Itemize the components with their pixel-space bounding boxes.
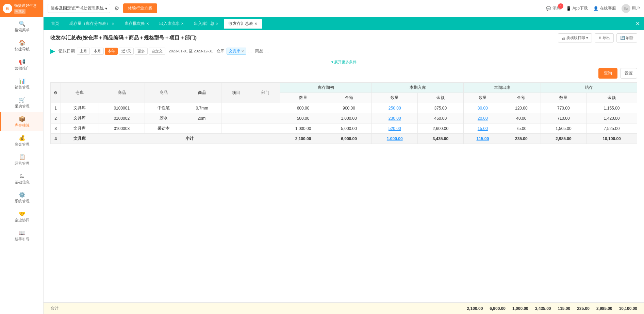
sidebar-item-sales-label: 销售管理: [15, 85, 30, 90]
settings-gear-icon[interactable]: ⚙: [114, 5, 119, 12]
sidebar-item-finance[interactable]: 💰 资金管理: [0, 131, 43, 150]
row3-dept: [251, 123, 280, 134]
filter-expand-arrow[interactable]: ▶: [50, 47, 55, 55]
tab-inout-flow-label: 出入库流水: [159, 21, 180, 27]
row3-bal-amt: 7,525.00: [587, 123, 637, 134]
print-icon: 🖨: [562, 36, 565, 40]
footer-in-qty: 1,000.00: [512, 306, 528, 311]
export-icon: ⬆: [598, 36, 601, 40]
topbar-actions: 💬 消息 6 📱 App下载 👤 在线客服 Ea 用户: [546, 4, 640, 13]
tab-receive-summary-close[interactable]: ✕: [254, 22, 257, 26]
system-dropdown[interactable]: 装备及固定资产辅助管理系统 ▾: [48, 4, 110, 13]
enterprise-icon: 🤝: [19, 211, 26, 217]
tab-stock-dist-close[interactable]: ✕: [112, 22, 114, 26]
out-amt-header: 金额: [502, 93, 541, 103]
warehouse-more-btn[interactable]: ...: [248, 49, 252, 53]
print-button[interactable]: 🖨 换横版打印 ▾: [558, 33, 592, 43]
footer-bal-qty: 2,985.00: [596, 306, 612, 311]
tab-receive-summary[interactable]: 收发存汇总表 ✕: [224, 19, 262, 29]
print-label: 换横版打印: [566, 35, 585, 40]
sidebar-item-marketing[interactable]: 📢 营销推广: [0, 55, 43, 74]
sidebar-item-guide-label: 新手引导: [15, 237, 30, 242]
date-range-display: 2023-01-01 至 2023-12-31: [169, 49, 213, 54]
sidebar-item-inventory[interactable]: 📦 库存核算: [0, 112, 43, 131]
tab-stock-dist[interactable]: 现存量（库存分布表） ✕: [65, 19, 119, 29]
inventory-icon: 📦: [19, 116, 26, 122]
user-action[interactable]: Ea 用户: [622, 4, 640, 13]
sidebar-item-operations[interactable]: 📋 经营管理: [0, 150, 43, 169]
message-action[interactable]: 💬 消息 6: [546, 5, 561, 11]
tab-inout-summary-label: 出入库汇总: [194, 21, 214, 27]
row1-open-amt: 900.00: [326, 103, 372, 113]
search-icon: 🔍: [19, 20, 26, 27]
date-btn-prev-month[interactable]: 上月: [77, 48, 90, 55]
sidebar-item-search[interactable]: 🔍 搜索菜单: [0, 17, 43, 36]
row1-in-amt: 375.00: [418, 103, 464, 113]
sidebar-item-enterprise-label: 企业协同: [15, 218, 30, 223]
footer-out-qty: 115.00: [558, 306, 570, 311]
warehouse-tag-text: 文具库: [229, 49, 240, 54]
main-area: 装备及固定资产辅助管理系统 ▾ ⚙ 体验行业方案 💬 消息 6 📱 App下载 …: [44, 0, 644, 314]
table-settings-header[interactable]: ⚙: [51, 83, 61, 103]
row1-out-qty[interactable]: 80.00: [463, 103, 502, 113]
tab-home[interactable]: 首页: [46, 19, 64, 29]
sidebar-item-system[interactable]: ⚙️ 系统管理: [0, 188, 43, 207]
code-col-header: 商品: [99, 83, 145, 103]
tab-batch-close[interactable]: ✕: [146, 22, 149, 26]
row2-out-qty[interactable]: 20.00: [463, 113, 502, 123]
service-icon: 👤: [593, 6, 598, 11]
sidebar-item-search-label: 搜索菜单: [15, 28, 30, 33]
warehouse-tag-remove[interactable]: ✕: [241, 49, 244, 53]
row1-out-amt: 120.00: [502, 103, 541, 113]
subtotal-bal-qty: 2,985.00: [541, 134, 587, 144]
expand-more-label: 展开更多条件: [334, 60, 357, 65]
project-col-header: 项目: [221, 83, 251, 103]
trial-button[interactable]: 体验行业方案: [123, 3, 157, 13]
row2-in-amt: 460.00: [418, 113, 464, 123]
tab-inout-flow[interactable]: 出入库流水 ✕: [154, 19, 188, 29]
export-button[interactable]: ⬆ 导出: [595, 33, 614, 43]
expand-more-button[interactable]: ▾ 展开更多条件: [331, 60, 357, 65]
subtotal-out-qty[interactable]: 115.00: [463, 134, 502, 144]
footer-label: 合计: [50, 305, 59, 311]
row1-spec: 0.7mm: [183, 103, 221, 113]
open-stock-header: 库存期初: [280, 83, 372, 93]
sidebar-item-quick-label: 快捷导航: [15, 47, 30, 52]
date-btn-7days[interactable]: 近7天: [119, 48, 134, 55]
sidebar-item-purchase[interactable]: 🛒 采购管理: [0, 93, 43, 112]
query-button[interactable]: 查询: [598, 68, 617, 79]
sidebar-item-system-label: 系统管理: [15, 199, 30, 204]
tab-batch[interactable]: 库存批次账 ✕: [120, 19, 154, 29]
row3-in-qty[interactable]: 520.00: [372, 123, 418, 134]
close-all-tabs-button[interactable]: ✕: [634, 20, 641, 27]
date-btn-custom[interactable]: 自定义: [149, 48, 165, 55]
footer-out-amt: 235.00: [577, 306, 590, 311]
filter-bar: ▶ 记账日期 上月 本月 本年 近7天 更多 自定义 2023-01-01 至 …: [44, 44, 644, 82]
row1-in-qty[interactable]: 250.00: [372, 103, 418, 113]
service-action[interactable]: 👤 在线客服: [593, 5, 616, 11]
row3-out-qty[interactable]: 15.00: [463, 123, 502, 134]
date-btn-this-year[interactable]: 本年: [105, 48, 118, 55]
tab-stock-dist-label: 现存量（库存分布表）: [69, 21, 110, 27]
sidebar-item-quick[interactable]: 🏠 快捷导航: [0, 36, 43, 55]
tab-inout-flow-close[interactable]: ✕: [181, 22, 184, 26]
system-title: 装备及固定资产辅助管理系统: [51, 5, 104, 11]
sales-icon: 📊: [19, 78, 26, 84]
sidebar-item-basic[interactable]: 🗂 基础信息: [0, 169, 43, 188]
sidebar-item-enterprise[interactable]: 🤝 企业协同: [0, 207, 43, 226]
subtotal-warehouse: 文具库: [61, 134, 99, 144]
refresh-button[interactable]: 🔄 刷新: [616, 33, 637, 43]
subtotal-in-qty[interactable]: 1,000.00: [372, 134, 418, 144]
sidebar-item-sales[interactable]: 📊 销售管理: [0, 74, 43, 93]
date-btn-more[interactable]: 更多: [135, 48, 148, 55]
sidebar-item-guide[interactable]: 📖 新手引导: [0, 226, 43, 245]
tab-inout-summary-close[interactable]: ✕: [216, 22, 218, 26]
goods-more-btn[interactable]: ...: [265, 49, 269, 53]
tab-inout-summary[interactable]: 出入库汇总 ✕: [189, 19, 223, 29]
warehouse-tag[interactable]: 文具库 ✕: [227, 48, 246, 55]
row2-in-qty[interactable]: 230.00: [372, 113, 418, 123]
app-download-action[interactable]: 📱 App下载: [566, 5, 588, 11]
warehouse-col-header: 仓库: [61, 83, 99, 103]
date-btn-this-month[interactable]: 本月: [91, 48, 104, 55]
filter-settings-button[interactable]: 设置: [620, 68, 637, 79]
